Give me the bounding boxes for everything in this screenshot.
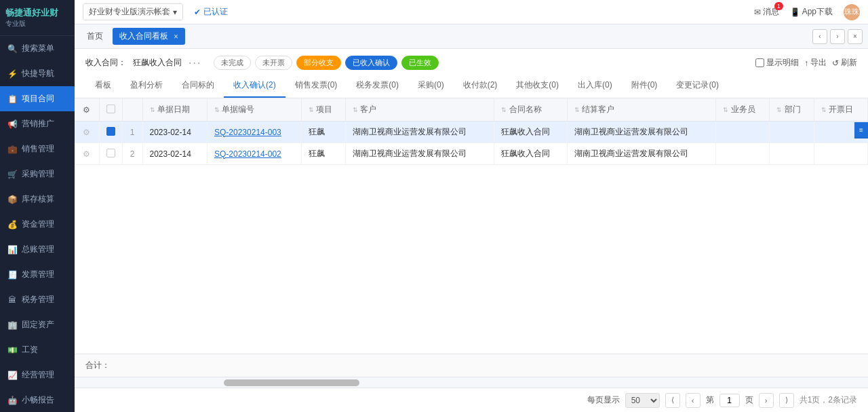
table-row[interactable]: ⚙22023-02-14SQ-20230214-002狂飙湖南卫视商业运营发展有… xyxy=(75,143,868,165)
sub-tab-销售发票[interactable]: 销售发票(0) xyxy=(285,74,347,98)
date-th[interactable]: ⇅ 单据日期 xyxy=(142,98,208,121)
checkbox[interactable] xyxy=(106,127,115,136)
sidebar-item-小畅报告[interactable]: 🤖小畅报告 xyxy=(0,388,75,412)
status-btn-部分收支[interactable]: 部分收支 xyxy=(296,56,341,70)
table-container: ⚙⇅ 单据日期⇅ 单据编号⇅ 项目⇅ 客户⇅ 合同名称⇅ 结算客户⇅ 业务员⇅ … xyxy=(75,98,868,354)
tab-close-icon[interactable]: × xyxy=(174,32,178,41)
last-page-button[interactable]: ⟩ xyxy=(779,393,794,408)
sub-tab-收入确认[interactable]: 收入确认(2) xyxy=(224,74,285,98)
row-checkbox[interactable] xyxy=(99,121,122,143)
tab-nav-next[interactable]: › xyxy=(830,29,845,44)
sidebar-item-经营管理[interactable]: 📈经营管理 xyxy=(0,362,75,388)
sidebar-item-发票管理[interactable]: 🧾发票管理 xyxy=(0,262,75,287)
tab-nav-prev[interactable]: ‹ xyxy=(812,29,827,44)
prev-page-button[interactable]: ‹ xyxy=(686,393,701,408)
sub-tab-其他收支[interactable]: 其他收支(0) xyxy=(507,74,568,98)
sub-tab-附件[interactable]: 附件(0) xyxy=(622,74,667,98)
cell-contract: 狂飙收入合同 xyxy=(494,143,568,165)
nav-label: 搜索菜单 xyxy=(22,43,54,54)
sidebar-item-采购管理[interactable]: 🛒采购管理 xyxy=(0,162,75,187)
page-size-select[interactable]: 50 20 100 xyxy=(625,393,660,408)
row-settings[interactable]: ⚙ xyxy=(75,121,99,143)
table-row[interactable]: ⚙12023-02-14SQ-20230214-003狂飙湖南卫视商业运营发展有… xyxy=(75,121,868,143)
page-number-input[interactable] xyxy=(719,394,740,407)
sub-tab-税务发票[interactable]: 税务发票(0) xyxy=(347,74,408,98)
refresh-button[interactable]: ↺ 刷新 xyxy=(832,57,857,69)
company-selector[interactable]: 好业财专业版演示帐套 ▾ xyxy=(83,3,183,20)
cell-code[interactable]: SQ-20230214-002 xyxy=(208,143,302,165)
row-gear-icon[interactable]: ⚙ xyxy=(83,149,90,159)
open_date-th[interactable]: ⇅ 开票日 xyxy=(814,98,867,121)
sidebar-nav: 🔍搜索菜单⚡快捷导航📋项目合同📢营销推广💼销售管理🛒采购管理📦库存核算💰资金管理… xyxy=(0,36,75,412)
sidebar-item-库存核算[interactable]: 📦库存核算 xyxy=(0,187,75,212)
select-all-checkbox[interactable] xyxy=(106,105,115,113)
user-avatar[interactable]: 珠珠 xyxy=(844,4,860,20)
status-btn-已生效[interactable]: 已生效 xyxy=(401,56,439,70)
more-button[interactable]: ··· xyxy=(189,57,201,69)
status-btn-未完成[interactable]: 未完成 xyxy=(214,56,251,70)
table-body: ⚙12023-02-14SQ-20230214-003狂飙湖南卫视商业运营发展有… xyxy=(75,121,868,165)
billing_customer-th[interactable]: ⇅ 结算客户 xyxy=(568,98,716,121)
sidebar-item-固定资产[interactable]: 🏢固定资产 xyxy=(0,312,75,337)
nav-icon: 🔍 xyxy=(7,43,18,54)
row-settings[interactable]: ⚙ xyxy=(75,143,99,165)
right-tool-btn[interactable]: ≡ xyxy=(854,122,868,138)
sub-tab-变更记录[interactable]: 变更记录(0) xyxy=(667,74,728,98)
app-download-button[interactable]: 📱 App下载 xyxy=(790,6,833,18)
sidebar-item-快捷导航[interactable]: ⚡快捷导航 xyxy=(0,61,75,86)
sidebar-item-搜索菜单[interactable]: 🔍搜索菜单 xyxy=(0,36,75,61)
sidebar-item-资金管理[interactable]: 💰资金管理 xyxy=(0,212,75,237)
customer-th[interactable]: ⇅ 客户 xyxy=(346,98,494,121)
tab-nav-close[interactable]: × xyxy=(848,29,863,44)
next-page-button[interactable]: › xyxy=(759,393,774,408)
content-header: 收入合同： 狂飙收入合同 ··· 未完成未开票部分收支已收入确认已生效 显示明细… xyxy=(75,49,868,70)
dept-th[interactable]: ⇅ 部门 xyxy=(770,98,814,121)
sub-tab-看板[interactable]: 看板 xyxy=(85,74,121,98)
page-size-label: 每页显示 xyxy=(587,394,620,406)
sidebar-item-项目合同[interactable]: 📋项目合同 xyxy=(0,86,75,111)
cell-open_date xyxy=(814,143,867,165)
first-page-button[interactable]: ⟨ xyxy=(665,393,680,408)
sub-tab-合同标的[interactable]: 合同标的 xyxy=(172,74,224,98)
sidebar-item-税务管理[interactable]: 🏛税务管理 xyxy=(0,287,75,312)
tab-active[interactable]: 收入合同看板 × xyxy=(113,28,185,45)
nav-icon: 💼 xyxy=(7,144,18,155)
status-btn-未开票[interactable]: 未开票 xyxy=(255,56,292,70)
sub-tab-出入库[interactable]: 出入库(0) xyxy=(568,74,622,98)
cell-customer: 湖南卫视商业运营发展有限公司 xyxy=(346,143,494,165)
sidebar-item-工资[interactable]: 💵工资 xyxy=(0,337,75,362)
cell-code[interactable]: SQ-20230214-003 xyxy=(208,121,302,143)
nav-icon: 🏢 xyxy=(7,320,18,331)
sidebar-item-销售管理[interactable]: 💼销售管理 xyxy=(0,136,75,162)
cell-salesperson xyxy=(716,143,770,165)
sub-tab-盈利分析[interactable]: 盈利分析 xyxy=(121,74,172,98)
nav-label: 总账管理 xyxy=(22,244,54,255)
horizontal-scrollbar[interactable] xyxy=(75,377,868,388)
tab-home[interactable]: 首页 xyxy=(80,28,110,45)
sidebar: 畅捷通好业财 专业版 🔍搜索菜单⚡快捷导航📋项目合同📢营销推广💼销售管理🛒采购管… xyxy=(0,0,75,412)
row-gear-icon[interactable]: ⚙ xyxy=(83,128,90,137)
messages-button[interactable]: ✉ 1 消息 xyxy=(754,6,779,18)
contract-th[interactable]: ⇅ 合同名称 xyxy=(494,98,568,121)
status-btn-已收入确认[interactable]: 已收入确认 xyxy=(345,56,397,70)
sub-tab-采购[interactable]: 采购(0) xyxy=(408,74,454,98)
code-th[interactable]: ⇅ 单据编号 xyxy=(208,98,302,121)
settings-th[interactable]: ⚙ xyxy=(75,98,99,121)
user-name: 珠珠 xyxy=(844,7,859,17)
row-checkbox[interactable] xyxy=(99,143,122,165)
export-button[interactable]: ↑ 导出 xyxy=(804,57,827,69)
sidebar-item-总账管理[interactable]: 📊总账管理 xyxy=(0,237,75,262)
salesperson-th[interactable]: ⇅ 业务员 xyxy=(716,98,770,121)
sidebar-item-营销推广[interactable]: 📢营销推广 xyxy=(0,111,75,136)
sub-tab-收付款[interactable]: 收付款(2) xyxy=(454,74,507,98)
show-detail-checkbox[interactable] xyxy=(755,58,764,67)
scrollbar-thumb[interactable] xyxy=(224,379,359,386)
checkbox[interactable] xyxy=(106,149,115,157)
nav-icon: 📦 xyxy=(7,194,18,205)
checkbox-th[interactable] xyxy=(99,98,122,121)
project-th[interactable]: ⇅ 项目 xyxy=(301,98,345,121)
verified-text: 已认证 xyxy=(203,6,228,18)
nav-icon: 📢 xyxy=(7,119,18,130)
app-download-label: App下载 xyxy=(802,6,833,18)
show-detail-label[interactable]: 显示明细 xyxy=(755,57,799,69)
